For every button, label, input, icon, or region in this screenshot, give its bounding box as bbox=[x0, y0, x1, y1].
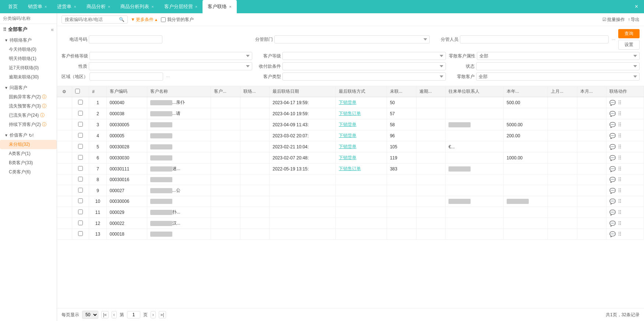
reset-button[interactable]: 设置 bbox=[618, 40, 640, 50]
td-checkbox[interactable] bbox=[72, 130, 89, 141]
chat-icon[interactable]: 💬 bbox=[609, 155, 616, 161]
grid-action-icon[interactable]: ⠿ bbox=[618, 177, 622, 183]
td-last-method[interactable] bbox=[335, 185, 387, 196]
tab-sales-close[interactable]: × bbox=[45, 4, 47, 9]
chat-icon[interactable]: 💬 bbox=[609, 133, 616, 139]
tab-product-analysis[interactable]: 商品分析 × bbox=[81, 0, 115, 13]
sidebar-item-today-pending[interactable]: 今天待联络(0) bbox=[0, 45, 57, 54]
row-checkbox[interactable] bbox=[78, 111, 83, 116]
td-checkbox[interactable] bbox=[72, 108, 89, 119]
th-checkbox[interactable] bbox=[72, 86, 89, 97]
grid-action-icon[interactable]: ⠿ bbox=[618, 231, 622, 237]
chat-icon[interactable]: 💬 bbox=[609, 122, 616, 128]
grid-action-icon[interactable]: ⠿ bbox=[618, 122, 622, 128]
row-checkbox[interactable] bbox=[78, 231, 83, 236]
last-page-button[interactable]: »| bbox=[159, 311, 166, 318]
chat-icon[interactable]: 💬 bbox=[609, 111, 616, 117]
th-settings[interactable]: ⚙ bbox=[57, 86, 72, 97]
th-contact[interactable]: 联络... bbox=[240, 86, 270, 97]
row-checkbox[interactable] bbox=[78, 133, 83, 138]
tab-customer-tier[interactable]: 客户分层经营 × bbox=[159, 0, 203, 13]
row-checkbox[interactable] bbox=[78, 209, 83, 214]
tab-product-analysis-list-close[interactable]: × bbox=[151, 4, 154, 9]
next-page-button[interactable]: › bbox=[151, 311, 156, 318]
tab-product-analysis-list[interactable]: 商品分析列表 × bbox=[115, 0, 159, 13]
area-dots[interactable]: ··· bbox=[166, 74, 170, 79]
last-method-link[interactable]: 下销售订单 bbox=[339, 111, 361, 116]
page-input[interactable] bbox=[127, 311, 140, 318]
chat-icon[interactable]: 💬 bbox=[609, 221, 616, 226]
main-search-box[interactable]: 🔍 bbox=[61, 15, 128, 24]
td-last-method[interactable] bbox=[335, 174, 387, 185]
row-checkbox[interactable] bbox=[78, 198, 83, 203]
search-button[interactable]: 查询 bbox=[618, 29, 640, 38]
tab-customer-contact[interactable]: 客户联络 × bbox=[203, 0, 236, 13]
th-last-method[interactable]: 最后联络方式 bbox=[335, 86, 387, 97]
last-method-link[interactable]: 下销货单 bbox=[339, 122, 356, 127]
grid-action-icon[interactable]: ⠿ bbox=[618, 133, 622, 139]
phone-input[interactable] bbox=[89, 35, 162, 43]
td-checkbox[interactable] bbox=[72, 152, 89, 163]
sidebar-item-overdue-pending[interactable]: 逾期未联络(30) bbox=[0, 73, 57, 82]
grid-action-icon[interactable]: ⠿ bbox=[618, 111, 622, 117]
td-checkbox[interactable] bbox=[72, 174, 89, 185]
select-all-checkbox[interactable] bbox=[75, 89, 80, 94]
th-no-contact[interactable]: 未联... bbox=[387, 86, 416, 97]
my-customers-checkbox-group[interactable]: 我分管的客户 bbox=[161, 17, 194, 23]
manager-input[interactable] bbox=[460, 35, 609, 43]
pending-contact-header[interactable]: ▼ 待联络客户 bbox=[0, 36, 57, 45]
sidebar-collapse-icon[interactable]: « bbox=[51, 27, 54, 32]
th-type[interactable]: 客户... bbox=[211, 86, 240, 97]
td-checkbox[interactable] bbox=[72, 207, 89, 218]
sidebar-item-unclassified[interactable]: 未分组(32) bbox=[0, 140, 57, 149]
tab-home[interactable]: 首页 bbox=[3, 0, 23, 13]
th-overdue[interactable]: 逾期... bbox=[416, 86, 446, 97]
td-checkbox[interactable] bbox=[72, 196, 89, 207]
sidebar-item-tomorrow-pending[interactable]: 明天待联络(1) bbox=[0, 54, 57, 63]
th-last-date[interactable]: 最后联络日期 bbox=[270, 86, 336, 97]
chat-icon[interactable]: 💬 bbox=[609, 177, 616, 183]
th-this-month[interactable]: 本月... bbox=[577, 86, 606, 97]
nature-select[interactable] bbox=[89, 62, 252, 70]
close-window-button[interactable]: × bbox=[632, 3, 641, 10]
value-customers-header[interactable]: ▼ 价值客户 ↻ ! bbox=[0, 131, 57, 140]
grid-action-icon[interactable]: ⠿ bbox=[618, 144, 622, 150]
td-last-method[interactable] bbox=[335, 207, 387, 218]
batch-operation-button[interactable]: ☑ 批量操作 bbox=[602, 17, 625, 23]
sidebar-item-loss-warning[interactable]: 流失预警客户(3) ⓘ bbox=[0, 102, 57, 111]
area-input[interactable] bbox=[89, 73, 163, 81]
td-checkbox[interactable] bbox=[72, 185, 89, 196]
td-checkbox[interactable] bbox=[72, 141, 89, 152]
sidebar-item-abnormal[interactable]: 固购异常客户(2) ⓘ bbox=[0, 92, 57, 102]
status-select[interactable] bbox=[476, 62, 640, 70]
chat-icon[interactable]: 💬 bbox=[609, 188, 616, 194]
first-page-button[interactable]: |« bbox=[101, 311, 109, 318]
last-method-link[interactable]: 下销货单 bbox=[339, 100, 356, 105]
td-checkbox[interactable] bbox=[72, 163, 89, 174]
last-method-link[interactable]: 下销售订单 bbox=[339, 166, 361, 171]
tab-purchase[interactable]: 进货单 × bbox=[52, 0, 81, 13]
row-checkbox[interactable] bbox=[78, 144, 83, 149]
td-last-method[interactable]: 下销货单 bbox=[335, 152, 387, 163]
tab-product-analysis-close[interactable]: × bbox=[108, 4, 110, 9]
td-last-method[interactable] bbox=[335, 196, 387, 207]
payment-select[interactable] bbox=[282, 62, 446, 70]
chat-icon[interactable]: 💬 bbox=[609, 209, 616, 215]
td-last-method[interactable] bbox=[335, 229, 387, 240]
tab-sales-order[interactable]: 销货单 × bbox=[23, 0, 52, 13]
row-checkbox[interactable] bbox=[78, 155, 83, 160]
grid-action-icon[interactable]: ⠿ bbox=[618, 198, 622, 204]
chat-icon[interactable]: 💬 bbox=[609, 198, 616, 204]
th-code[interactable]: 客户编码 bbox=[106, 86, 147, 97]
more-conditions-button[interactable]: ▼ 更多条件 ▲ bbox=[131, 17, 158, 23]
per-page-select[interactable]: 50 bbox=[82, 311, 98, 319]
grid-action-icon[interactable]: ⠿ bbox=[618, 166, 622, 172]
prev-page-button[interactable]: ‹ bbox=[112, 311, 117, 318]
td-last-method[interactable]: 下销货单 bbox=[335, 119, 387, 130]
td-checkbox[interactable] bbox=[72, 218, 89, 229]
row-checkbox[interactable] bbox=[78, 100, 83, 105]
td-last-method[interactable] bbox=[335, 218, 387, 229]
td-last-method[interactable]: 下销售订单 bbox=[335, 108, 387, 119]
sidebar-item-class-c[interactable]: C类客户(6) bbox=[0, 167, 57, 177]
grid-action-icon[interactable]: ⠿ bbox=[618, 209, 622, 215]
